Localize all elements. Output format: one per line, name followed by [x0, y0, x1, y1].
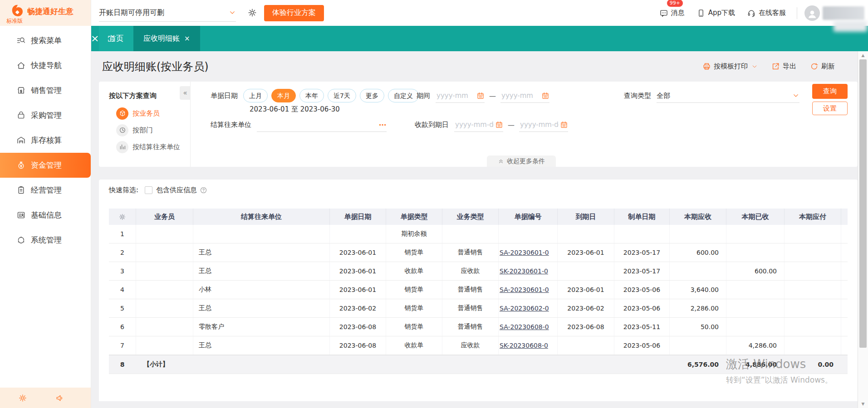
- close-all-icon[interactable]: ×: [91, 34, 99, 44]
- settings-gear-icon[interactable]: [18, 393, 27, 403]
- date-pill[interactable]: 上月: [243, 89, 268, 102]
- cell-due-date: 2023-06-08: [558, 318, 614, 336]
- announcement-speaker-icon[interactable]: [55, 393, 64, 403]
- cell-payable: [785, 281, 841, 299]
- edition-label: 标准版: [6, 17, 23, 25]
- period-to-input[interactable]: [500, 91, 541, 100]
- sidebar-item-icon: [16, 185, 26, 195]
- account-set-dropdown[interactable]: 开账日期可停用可删: [99, 4, 236, 22]
- fullscreen-icon[interactable]: [107, 35, 115, 43]
- cell-counterparty: [193, 225, 330, 243]
- cell-payable: 0.00: [785, 355, 841, 374]
- cell-doc-type: 销货单: [386, 299, 442, 317]
- date-pill[interactable]: 自定义: [388, 89, 419, 102]
- collapse-more-conditions-button[interactable]: 收起更多条件: [487, 155, 556, 167]
- column-header: 业务类型: [442, 209, 499, 225]
- settings-button[interactable]: 设置: [812, 102, 848, 115]
- due-date-label: 收款到期日: [415, 121, 449, 129]
- column-header: 单据日期: [330, 209, 386, 225]
- app-download-label: App下载: [708, 9, 735, 17]
- scheme-item[interactable]: 按部门: [116, 123, 190, 137]
- table-row: 8 【小计】 6,576.00 4,886.00 0.00: [109, 355, 848, 374]
- cell-payable: [785, 299, 841, 317]
- search-button[interactable]: 查询: [812, 84, 848, 99]
- sidebar-item[interactable]: 搜索菜单: [0, 28, 91, 53]
- cell-receivable: [670, 336, 726, 355]
- cell-salesperson: [136, 318, 193, 336]
- username-area[interactable]: [820, 6, 864, 20]
- chevron-down-icon: [229, 9, 236, 16]
- date-pill[interactable]: 更多: [360, 89, 384, 102]
- sidebar-item[interactable]: 采购管理: [0, 103, 91, 128]
- counterparty-picker-button[interactable]: ⋯: [379, 121, 387, 129]
- cell-row-number: 1: [109, 225, 136, 243]
- scrollbar-thumb[interactable]: [859, 59, 867, 348]
- cell-doc-no: SA-20230601-0: [499, 243, 558, 262]
- print-by-template-button[interactable]: 按模板打印: [702, 62, 758, 71]
- sidebar-item[interactable]: 系统管理: [0, 228, 91, 253]
- cell-due-date: [558, 355, 614, 374]
- trial-solution-button[interactable]: 体验行业方案: [264, 5, 324, 21]
- calendar-icon[interactable]: [541, 92, 549, 100]
- cell-counterparty: 王总: [193, 262, 330, 280]
- help-icon[interactable]: [200, 186, 207, 194]
- scheme-item[interactable]: 按业务员: [116, 107, 190, 120]
- vertical-scrollbar[interactable]: ▲ ▼: [858, 51, 868, 408]
- doc-no-link[interactable]: SA-20230608-0: [500, 323, 549, 330]
- cell-make-date: 2023-05-17: [614, 243, 670, 262]
- cell-doc-no: [499, 355, 558, 374]
- period-filter: 期间 —: [417, 89, 549, 103]
- sidebar-item[interactable]: 销售管理: [0, 78, 91, 103]
- export-button[interactable]: 导出: [771, 62, 796, 71]
- cell-payable: [785, 243, 841, 262]
- date-pill[interactable]: 本年: [299, 89, 324, 102]
- scheme-item[interactable]: 按结算往来单位: [116, 140, 190, 154]
- calendar-icon[interactable]: [495, 121, 503, 129]
- doc-no-link[interactable]: SK-20230608-0: [500, 342, 548, 349]
- sidebar-item-label: 搜索菜单: [31, 35, 62, 46]
- due-from-input[interactable]: [454, 120, 495, 129]
- scroll-down-arrow[interactable]: ▼: [858, 402, 868, 406]
- calendar-icon[interactable]: [476, 92, 485, 100]
- sidebar-item[interactable]: 资金管理: [0, 153, 91, 178]
- messages-button[interactable]: 99+ 消息: [659, 9, 685, 18]
- column-header: 本期已收: [726, 209, 785, 225]
- include-supply-checkbox[interactable]: [145, 186, 152, 194]
- sidebar-item[interactable]: 基础信息: [0, 203, 91, 228]
- chevron-down-icon[interactable]: [751, 63, 758, 70]
- date-pill[interactable]: 近7天: [328, 89, 356, 102]
- app-download-button[interactable]: App下载: [696, 9, 735, 18]
- scroll-up-arrow[interactable]: ▲: [858, 53, 868, 58]
- period-from-input[interactable]: [436, 91, 476, 100]
- doc-no-link[interactable]: SA-20230601-0: [500, 249, 549, 256]
- refresh-button[interactable]: 刷新: [810, 62, 835, 71]
- counterparty-input[interactable]: [257, 120, 379, 129]
- cell-counterparty: 小林: [193, 281, 330, 299]
- sidebar-item[interactable]: 库存核算: [0, 128, 91, 153]
- due-to-input[interactable]: [519, 120, 560, 129]
- online-service-button[interactable]: 在线客服: [747, 9, 786, 18]
- sidebar-item[interactable]: 快捷导航: [0, 53, 91, 78]
- collapse-scheme-panel-button[interactable]: «: [180, 86, 191, 100]
- calendar-icon[interactable]: [560, 121, 568, 129]
- doc-no-link[interactable]: SK-20230601-0: [500, 267, 548, 275]
- export-icon: [771, 62, 780, 71]
- topbar-settings-button[interactable]: [247, 8, 258, 19]
- query-type-select[interactable]: 全部: [657, 89, 799, 103]
- printer-icon: [702, 62, 711, 71]
- cell-received: [726, 299, 785, 317]
- cell-row-number: 6: [109, 318, 136, 336]
- filter-buttons: 查询 设置: [812, 84, 848, 115]
- scheme-item-icon: [116, 124, 128, 136]
- cell-doc-type: 销货单: [386, 243, 442, 262]
- sidebar-item[interactable]: 经营管理: [0, 178, 91, 203]
- doc-no-link[interactable]: SA-20230601-0: [500, 286, 549, 293]
- date-pill[interactable]: 本月: [271, 89, 296, 102]
- doc-no-link[interactable]: SA-20230602-0: [500, 305, 549, 312]
- avatar[interactable]: [804, 5, 820, 21]
- table-row: 4 小林 2023-06-01 销货单 普通销售 SA-20230601-0 2…: [109, 281, 848, 299]
- cell-doc-date: 2023-06-08: [330, 318, 386, 336]
- column-settings-gear-icon[interactable]: [109, 209, 136, 225]
- table-row: 6 零散客户 2023-06-08 销货单 普通销售 SA-20230608-0…: [109, 318, 848, 336]
- cell-receivable: 3,640.00: [670, 281, 726, 299]
